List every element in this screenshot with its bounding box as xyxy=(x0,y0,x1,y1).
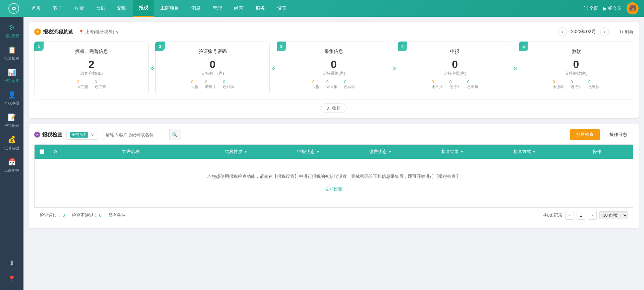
th-label-declare: 申报状态 xyxy=(297,149,315,155)
filter-icon-4[interactable]: ▼ xyxy=(460,150,464,154)
batch-check-button[interactable]: 批量检查 xyxy=(570,129,600,140)
step-card-3: 3 采集信息 0 支持采集(家) 0 失败 0 未采集 xyxy=(277,42,391,95)
step-sub-3: 支持采集(家) xyxy=(282,71,386,76)
tax-overview-icon: 📊 xyxy=(7,68,16,77)
arrow-1-2: » xyxy=(149,42,155,95)
sidebar-item-personal-tax[interactable]: 👤 个税申报 xyxy=(0,87,23,109)
nav-menu: 首页 客户 收费 票据 记账 报税 工商项目 消息 管理 经营 服务 设置 xyxy=(25,0,584,17)
next-page-button[interactable]: › xyxy=(588,211,597,220)
filter-icon-2[interactable]: ▼ xyxy=(316,150,320,154)
nav-accounting[interactable]: 记账 xyxy=(111,0,133,17)
sidebar-item-clearing[interactable]: 💰 汇算清缴 xyxy=(0,132,23,154)
step5-stat-2: 0 进行中 xyxy=(571,80,582,89)
sidebar-label-clearing: 汇算清缴 xyxy=(4,146,19,151)
sidebar-item-tax-settings[interactable]: ⚙ 报税设置 xyxy=(0,19,23,42)
check-title: ✓ 报税检查 xyxy=(34,132,62,138)
nav-tax[interactable]: 报税 xyxy=(133,0,154,17)
main-layout: ⚙ 报税设置 📋 批量报税 📊 报税总览 👤 个税申报 📝 报税记录 💰 汇算清… xyxy=(0,17,644,290)
sidebar-item-annual-report[interactable]: 📅 工商年报 xyxy=(0,154,23,176)
user-avatar[interactable]: 🐻 xyxy=(627,2,639,14)
th-label-operation: 操作 xyxy=(593,149,601,155)
sidebar-item-batch-tax[interactable]: 📋 批量报税 xyxy=(0,42,23,64)
step-card-1: 1 授权、完善信息 2 总客户数(家) 2 未完善 0 已完善 xyxy=(34,42,149,95)
step-stats-1: 2 未完善 0 已完善 xyxy=(39,80,144,89)
sidebar-item-tax-overview[interactable]: 📊 报税总览 xyxy=(0,64,23,87)
step-stats-4: 0 未申报 0 进行中 0 已申报 xyxy=(403,80,507,89)
next-month-button[interactable]: › xyxy=(600,27,609,36)
step-num-1: 1 xyxy=(34,42,44,51)
step-card-4: 4 申报 0 支持申报(家) 0 未申报 0 进行中 xyxy=(398,42,512,95)
fullscreen-label: 全屏 xyxy=(589,5,598,11)
member-label: 畅会员 xyxy=(608,5,621,11)
app-logo: ✿ xyxy=(5,0,22,17)
th-check-result: 检查结果 ▼ xyxy=(417,145,489,159)
step3-stat-1: 0 失败 xyxy=(312,80,320,89)
step3-val-2: 0 xyxy=(326,80,329,84)
prev-page-button[interactable]: ‹ xyxy=(565,211,574,220)
step-card-2: 2 验证账号密码 0 支持验证(家) 0 失败 0 验证中 xyxy=(155,42,270,95)
search-button[interactable]: 🔍 xyxy=(169,129,180,140)
refresh-button[interactable]: ↻ 刷新 xyxy=(620,29,633,35)
location-selector[interactable]: 📍 上海(电子税局) ∨ xyxy=(78,29,119,35)
step1-label-2: 已完善 xyxy=(95,84,106,89)
search-box: 🔍 xyxy=(102,129,180,140)
step2-stat-1: 0 失败 xyxy=(191,80,199,89)
th-label-customer: 客户名称 xyxy=(122,149,140,155)
prev-month-button[interactable]: ‹ xyxy=(558,27,567,36)
table-footer: 检查通过： 0 检查不通过： 0 囧有备注 共0条记录 ‹ 1 › 30 条/页 xyxy=(34,207,633,223)
filter-icon-5[interactable]: ▼ xyxy=(532,150,536,154)
th-declare-status: 申报状态 ▼ xyxy=(272,145,344,159)
nav-settings[interactable]: 设置 xyxy=(271,0,292,17)
table-body: 若您想使用报税检查功能，请先在【报税设置】中进行报税的初始化设置，完成密码验证和… xyxy=(35,159,633,207)
column-settings-icon[interactable]: ⚙ xyxy=(53,149,57,154)
step2-label-3: 已成功 xyxy=(223,84,234,89)
step-stats-5: 0 未缴款 0 进行中 0 已缴款 xyxy=(524,80,628,89)
sidebar-label-tax-records: 报税记录 xyxy=(4,123,19,128)
step-stats-2: 0 失败 0 验证中 0 已成功 xyxy=(160,80,265,89)
step-num-2: 2 xyxy=(155,42,165,51)
arrow-4-5: » xyxy=(512,42,519,95)
filter-icon-1[interactable]: ▼ xyxy=(244,150,248,154)
step1-val-2: 0 xyxy=(95,80,97,84)
step-count-4: 0 xyxy=(403,58,507,71)
step1-val-1: 2 xyxy=(77,80,79,84)
select-all-checkbox[interactable] xyxy=(40,149,44,154)
filter-icon-3[interactable]: ▼ xyxy=(388,150,392,154)
member-button[interactable]: ▶ 畅会员 xyxy=(603,5,621,11)
step-count-1: 2 xyxy=(39,58,144,71)
sidebar-item-location[interactable]: 📍 xyxy=(0,271,23,287)
play-icon: ▶ xyxy=(603,6,607,11)
location-icon2: 📍 xyxy=(78,29,84,34)
batch-tax-icon: 📋 xyxy=(7,45,16,55)
step-count-2: 0 xyxy=(160,58,265,71)
operation-log-button[interactable]: 操作日志 xyxy=(603,129,633,140)
fullscreen-button[interactable]: ⛶ 全屏 xyxy=(584,5,598,11)
sidebar-item-download[interactable]: ⬇ xyxy=(0,255,23,271)
setup-link[interactable]: 立即设置 xyxy=(325,187,342,192)
collapse-button[interactable]: ∧ 收起 xyxy=(321,103,346,113)
nav-invoice[interactable]: 票据 xyxy=(90,0,111,17)
arrow-2-3: » xyxy=(270,42,276,95)
nav-message[interactable]: 消息 xyxy=(185,0,207,17)
nav-customer[interactable]: 客户 xyxy=(47,0,68,17)
nav-business[interactable]: 工商项目 xyxy=(154,0,185,17)
employee-selector[interactable]: 全部员工 ∨ xyxy=(66,130,98,140)
th-label-tax-nature: 纳税性质 xyxy=(225,149,243,155)
step-count-3: 0 xyxy=(282,58,386,71)
step4-val-3: 0 xyxy=(467,80,470,84)
sidebar-item-tax-records[interactable]: 📝 报税记录 xyxy=(0,109,23,132)
overview-panel: + 报税流程总览 📍 上海(电子税局) ∨ ‹ 2023年02月 › ↻ 刷新 xyxy=(29,22,639,118)
search-input[interactable] xyxy=(102,130,169,139)
footer-pagination: 共0条记录 ‹ 1 › 30 条/页 50 条/页 100 条/页 xyxy=(543,211,628,220)
overview-title: + 报税流程总览 xyxy=(34,28,73,35)
fail-count-value[interactable]: 0 xyxy=(99,213,101,218)
th-label-check-result: 检查结果 xyxy=(441,149,459,155)
step4-label-2: 进行中 xyxy=(449,84,461,89)
nav-operation[interactable]: 经营 xyxy=(228,0,250,17)
nav-fee[interactable]: 收费 xyxy=(68,0,90,17)
nav-service[interactable]: 服务 xyxy=(250,0,271,17)
nav-management[interactable]: 管理 xyxy=(207,0,228,17)
nav-home[interactable]: 首页 xyxy=(25,0,47,17)
per-page-selector[interactable]: 30 条/页 50 条/页 100 条/页 xyxy=(599,211,628,219)
pass-count-value[interactable]: 0 xyxy=(63,213,65,218)
